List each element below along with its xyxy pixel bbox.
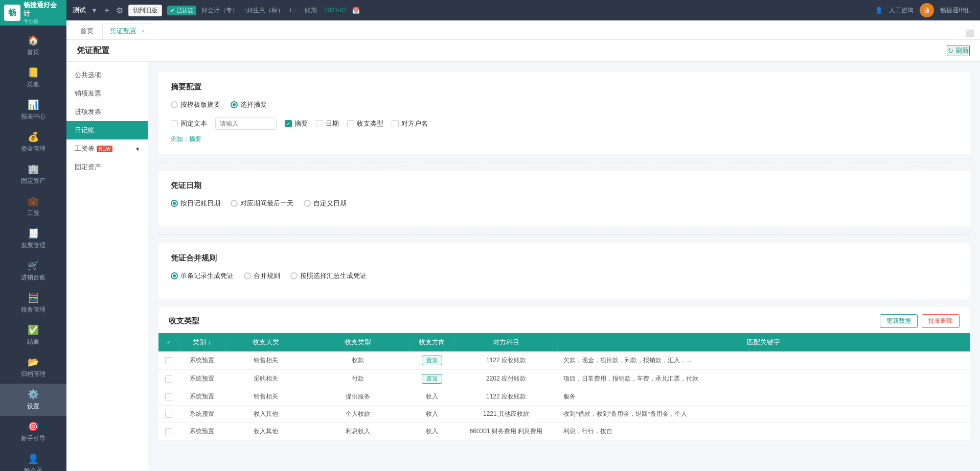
tab-home[interactable]: 首页	[73, 23, 101, 39]
settings-icon: ⚙️	[28, 389, 39, 400]
left-menu-item-fixed_assets[interactable]: 固定资产	[66, 158, 148, 176]
left-menu-item-purchase_inv[interactable]: 进项发票	[66, 103, 148, 121]
config-area: 摘要配置 按模板版摘要 选择摘要	[148, 62, 980, 470]
left-menu-item-payroll[interactable]: 工资表NEW ▾	[66, 139, 148, 158]
checkbox-counterparty[interactable]: 对方户名	[392, 119, 428, 128]
cell-checkbox-1[interactable]	[158, 370, 179, 388]
radio-circle-single	[171, 272, 178, 279]
tab-voucher-config[interactable]: 凭证配置 ×	[102, 23, 152, 39]
home-icon: 🏠	[28, 35, 39, 46]
refresh-btn[interactable]: ↻ 刷新	[947, 45, 970, 56]
tab-close-icon[interactable]: ×	[142, 28, 145, 34]
cell-keywords-0: 欠款，现金，项目款，到款，报销款，汇入，...	[557, 351, 970, 370]
sidebar-item-member[interactable]: 👤畅会员	[0, 448, 66, 471]
th-direction: 收支方向	[409, 333, 455, 351]
cell-big-cat-2: 销售相关	[225, 388, 307, 406]
radio-period-last[interactable]: 对应期间最后一天	[231, 199, 293, 208]
cell-direction-1: 置顶	[409, 370, 455, 388]
sidebar-label-home: 首页	[27, 48, 39, 57]
row-checkbox-0[interactable]	[165, 357, 172, 364]
checkbox-date[interactable]: 日期	[316, 119, 339, 128]
radio-template[interactable]: 按模板版摘要	[171, 100, 220, 109]
update-data-btn[interactable]: 更新数据	[880, 314, 918, 328]
radio-single[interactable]: 单条记录生成凭证	[171, 271, 234, 280]
menu-label-fixed_assets: 固定资产	[75, 162, 101, 172]
row-checkbox-3[interactable]	[165, 411, 172, 418]
radio-circle-template	[171, 101, 178, 108]
cell-big-cat-3: 收入其他	[225, 406, 307, 423]
user-name[interactable]: 畅捷通B组...	[940, 6, 974, 15]
company-dropdown[interactable]: ▼	[91, 7, 98, 14]
radio-journal-date[interactable]: 按日记账日期	[171, 199, 220, 208]
support-icon[interactable]: 👤	[875, 7, 883, 14]
tab-minimize-icon[interactable]: —	[954, 29, 961, 37]
tab-maximize-icon[interactable]: ⬜	[965, 29, 974, 37]
content-wrapper: 公共选项销项发票进项发票日记账工资表NEW ▾固定资产 摘要配置 按模板版摘要	[66, 62, 980, 470]
checkbox-summary[interactable]: ✓ 摘要	[285, 119, 308, 128]
sidebar-item-fund[interactable]: 💰资金管理	[0, 126, 66, 158]
radio-selected-total[interactable]: 按照选择汇总生成凭证	[290, 271, 367, 280]
cell-checkbox-0[interactable]	[158, 351, 179, 370]
user-avatar[interactable]: 捷	[920, 3, 934, 17]
radio-select[interactable]: 选择摘要	[231, 100, 267, 109]
checkbox-box-fixed-text	[171, 120, 178, 127]
sidebar-item-tax[interactable]: 🧮税务管理	[0, 287, 66, 319]
logo-line2: 专业版	[24, 18, 62, 25]
certified-tag: ✔ 已认证	[167, 6, 196, 15]
row-checkbox-4[interactable]	[165, 428, 172, 435]
menu-label-sales: 销项发票	[75, 89, 101, 98]
checkbox-pay-type[interactable]: 收支类型	[347, 119, 383, 128]
top-tag-0[interactable]: 置顶	[422, 356, 442, 365]
new-badge-payroll: NEW	[97, 146, 112, 152]
page-header: 凭证配置 ↻ 刷新	[66, 40, 980, 62]
left-menu-item-public[interactable]: 公共选项	[66, 66, 148, 84]
sidebar-item-report[interactable]: 📊报表中心	[0, 94, 66, 126]
table-header: ✓ 类别 ↓ 收支大类 收支类型 收支方向 对方科目 匹配关键字	[158, 333, 970, 351]
fixed-text-input[interactable]	[215, 117, 277, 130]
sidebar-nav: 🏠首页📒总账📊报表中心💰资金管理🏢固定资产💼工资🧾发票管理🛒进销台账🧮税务管理✅…	[0, 26, 66, 471]
sidebar-item-ledger[interactable]: 📒总账	[0, 62, 66, 94]
cell-checkbox-2[interactable]	[158, 388, 179, 406]
th-category[interactable]: 类别 ↓	[179, 333, 225, 351]
batch-delete-btn[interactable]: 批量删除	[922, 314, 960, 328]
calendar-icon[interactable]: 📅	[352, 7, 360, 14]
sidebar-item-archive[interactable]: 📂归档管理	[0, 351, 66, 384]
switch-version-btn[interactable]: 切到旧版	[128, 5, 162, 16]
cell-direction-2: 收入	[409, 388, 455, 406]
support-label[interactable]: 人工咨询	[889, 6, 914, 15]
top-tag-1[interactable]: 置顶	[422, 374, 442, 384]
sidebar-item-invoice[interactable]: 🧾发票管理	[0, 223, 66, 255]
cell-checkbox-4[interactable]	[158, 423, 179, 440]
cell-category-0: 系统预置	[179, 351, 225, 370]
cell-direction-0: 置顶	[409, 351, 455, 370]
period-value[interactable]: 2023-02	[324, 7, 347, 14]
radio-custom-date[interactable]: 自定义日期	[304, 199, 347, 208]
sidebar-item-assets[interactable]: 🏢固定资产	[0, 158, 66, 191]
sidebar-label-settings: 设置	[27, 402, 39, 411]
row-checkbox-1[interactable]	[165, 375, 172, 383]
cell-checkbox-3[interactable]	[158, 406, 179, 423]
radio-merge-rule[interactable]: 合并规则	[244, 271, 280, 280]
menu-label-purchase_inv: 进项发票	[75, 107, 101, 116]
sidebar-item-settings[interactable]: ⚙️设置	[0, 384, 66, 416]
sidebar-label-member: 畅会员	[24, 466, 42, 471]
sidebar-item-settle[interactable]: ✅结账	[0, 319, 66, 351]
left-menu-item-journal[interactable]: 日记账	[66, 121, 148, 139]
settings-icon[interactable]: ⚙	[116, 6, 123, 15]
checkbox-fixed-text[interactable]: 固定文本	[171, 119, 207, 128]
sidebar-item-home[interactable]: 🏠首页	[0, 30, 66, 62]
th-account: 对方科目	[455, 333, 557, 351]
sidebar-item-salary[interactable]: 💼工资	[0, 191, 66, 223]
cell-type-1: 付款	[307, 370, 409, 388]
sidebar-item-purchase[interactable]: 🛒进销台账	[0, 255, 66, 287]
add-icon[interactable]: ＋	[103, 5, 111, 16]
th-type: 收支类型	[307, 333, 409, 351]
sidebar-item-guide[interactable]: 🎯新手引导	[0, 416, 66, 448]
cell-category-3: 系统预置	[179, 406, 225, 423]
left-menu-item-sales[interactable]: 销项发票	[66, 84, 148, 103]
settle-icon: ✅	[28, 324, 39, 336]
th-checkbox[interactable]: ✓	[158, 333, 179, 351]
row-checkbox-2[interactable]	[165, 393, 172, 401]
cell-category-1: 系统预置	[179, 370, 225, 388]
app-logo: 畅 畅捷通好会计 专业版	[0, 0, 66, 26]
